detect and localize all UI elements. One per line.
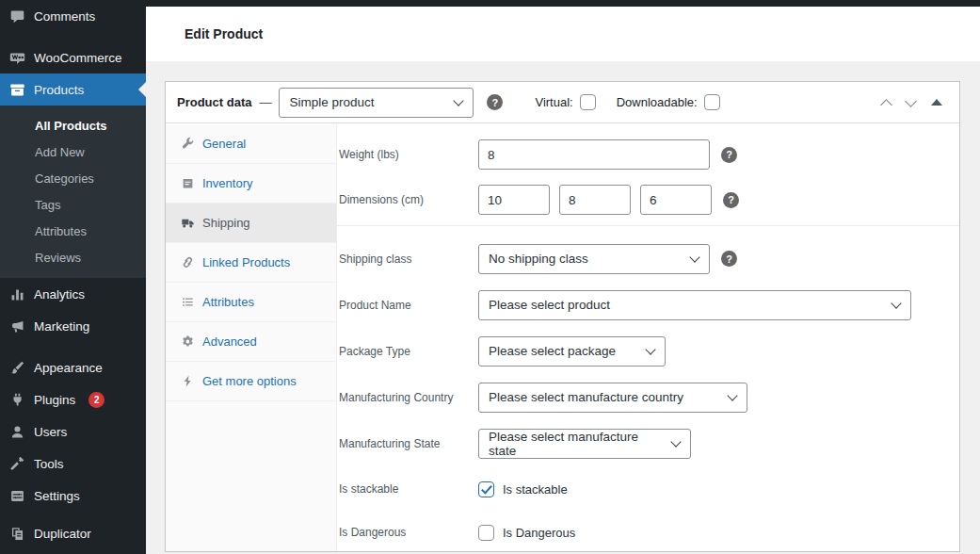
page-header: Edit Product [146, 7, 980, 61]
sidebar-item-label: Settings [34, 489, 80, 503]
tab-get-more-options[interactable]: Get more options [166, 362, 336, 401]
help-icon[interactable]: ? [721, 251, 737, 267]
is-dangerous-checkbox[interactable] [478, 525, 494, 541]
submenu-item-all-products[interactable]: All Products [0, 112, 146, 138]
submenu-item-label: Tags [35, 198, 60, 212]
submenu-item-label: Reviews [35, 251, 81, 265]
dimensions-group: Weight (lbs) ? Dimensions (cm) ? [337, 124, 959, 226]
sidebar-item-label: Products [34, 83, 84, 97]
tab-label: Get more options [202, 374, 297, 388]
product-name-select[interactable]: Please select product [478, 290, 911, 320]
sidebar-item-comments[interactable]: Comments [0, 0, 146, 32]
sidebar-separator [0, 342, 146, 351]
submenu-item-label: Categories [35, 171, 94, 186]
is-dangerous-checkbox-label: Is Dangerous [503, 526, 575, 540]
package-type-row: Package Type Please select package [337, 328, 959, 374]
sidebar-item-products[interactable]: Products [0, 73, 146, 106]
submenu-item-tags[interactable]: Tags [0, 191, 146, 218]
toggle-panel-icon[interactable] [931, 99, 942, 106]
sidebar-separator [0, 32, 146, 41]
tab-label: Advanced [202, 334, 257, 349]
sidebar-item-duplicator[interactable]: Duplicator [0, 517, 146, 549]
product-name-row: Product Name Please select product [337, 282, 959, 328]
megaphone-icon [8, 318, 26, 335]
product-type-select[interactable]: Simple product [279, 88, 474, 118]
is-stackable-checkbox-label: Is stackable [503, 482, 568, 497]
paintbrush-icon [8, 359, 26, 377]
manufacturing-country-value: Please select manufacture country [489, 390, 683, 404]
panel-header-actions [882, 96, 950, 109]
link-icon [181, 255, 195, 269]
truck-icon [181, 216, 195, 230]
inventory-card-icon [181, 176, 195, 190]
page-title: Edit Product [185, 26, 263, 41]
downloadable-checkbox[interactable] [704, 94, 720, 110]
package-type-select[interactable]: Please select package [478, 336, 666, 367]
sidebar-item-label: Marketing [34, 319, 89, 334]
manufacturing-state-label: Manufacturing State [337, 437, 478, 450]
weight-input[interactable] [478, 139, 710, 170]
height-input[interactable] [640, 185, 712, 215]
tab-inventory[interactable]: Inventory [166, 164, 336, 204]
product-data-header: Product data — Simple product ? Virtual:… [166, 82, 959, 123]
tab-label: General [202, 137, 246, 151]
panel-title: Product data [177, 95, 251, 109]
help-icon[interactable]: ? [487, 94, 503, 110]
tab-shipping[interactable]: Shipping [166, 204, 336, 243]
woocommerce-icon [8, 49, 26, 67]
submenu-item-attributes[interactable]: Attributes [0, 218, 146, 244]
shipping-class-row: Shipping class No shipping class ? [337, 236, 959, 282]
manufacturing-country-label: Manufacturing Country [337, 391, 478, 404]
package-type-value: Please select package [489, 344, 616, 358]
submenu-item-categories[interactable]: Categories [0, 165, 146, 191]
tab-label: Shipping [202, 216, 250, 230]
is-dangerous-row: Is Dangerous Is Dangerous [337, 512, 959, 552]
is-stackable-checkbox[interactable] [478, 481, 494, 497]
sidebar-item-label: Users [34, 425, 67, 439]
submenu-item-add-new[interactable]: Add New [0, 138, 146, 165]
chevron-up-icon[interactable] [880, 99, 892, 111]
help-icon[interactable]: ? [721, 147, 737, 163]
sidebar-item-marketing[interactable]: Marketing [0, 310, 146, 342]
sidebar-item-plugins[interactable]: Plugins 2 [0, 383, 146, 416]
manufacturing-country-row: Manufacturing Country Please select manu… [337, 374, 959, 420]
sidebar-item-woocommerce[interactable]: WooCommerce [0, 41, 146, 73]
admin-content: Edit Product Product data — Simple produ… [146, 0, 980, 554]
tab-label: Linked Products [202, 255, 290, 269]
width-input[interactable] [559, 185, 631, 215]
product-name-label: Product Name [337, 299, 478, 312]
tab-linked-products[interactable]: Linked Products [166, 243, 336, 283]
sidebar-item-users[interactable]: Users [0, 416, 146, 448]
products-box-icon [8, 81, 26, 99]
sidebar-item-label: Duplicator [34, 527, 91, 541]
virtual-label: Virtual: [535, 95, 572, 109]
dimensions-field-row: Dimensions (cm) ? [337, 177, 959, 222]
submenu-item-label: All Products [35, 119, 107, 133]
manufacturing-state-select[interactable]: Please select manufacture state [478, 429, 691, 459]
wrench-icon [181, 137, 195, 151]
sidebar-item-label: Analytics [34, 287, 85, 301]
length-input[interactable] [478, 185, 550, 215]
virtual-checkbox[interactable] [580, 94, 596, 110]
dimensions-label: Dimensions (cm) [337, 193, 478, 206]
submenu-item-label: Add New [35, 145, 85, 159]
manufacturing-state-row: Manufacturing State Please select manufa… [337, 420, 959, 466]
tab-advanced[interactable]: Advanced [166, 322, 336, 362]
shipping-class-select[interactable]: No shipping class [478, 244, 710, 274]
sidebar-item-analytics[interactable]: Analytics [0, 278, 146, 310]
manufacturing-country-select[interactable]: Please select manufacture country [478, 383, 747, 413]
chevron-down-icon[interactable] [905, 95, 917, 107]
sidebar-item-label: WooCommerce [34, 51, 122, 65]
sidebar-item-label: Plugins [34, 393, 75, 407]
tab-general[interactable]: General [166, 124, 336, 164]
sidebar-item-tools[interactable]: Tools [0, 448, 146, 480]
manufacturing-state-value: Please select manufacture state [489, 430, 662, 458]
hammer-icon [8, 455, 26, 473]
plugins-count-badge: 2 [88, 392, 104, 408]
tab-attributes[interactable]: Attributes [166, 283, 336, 322]
sidebar-item-appearance[interactable]: Appearance [0, 351, 146, 383]
submenu-item-reviews[interactable]: Reviews [0, 244, 146, 270]
list-icon [181, 295, 195, 309]
help-icon[interactable]: ? [723, 192, 739, 208]
sidebar-item-settings[interactable]: Settings [0, 480, 146, 512]
